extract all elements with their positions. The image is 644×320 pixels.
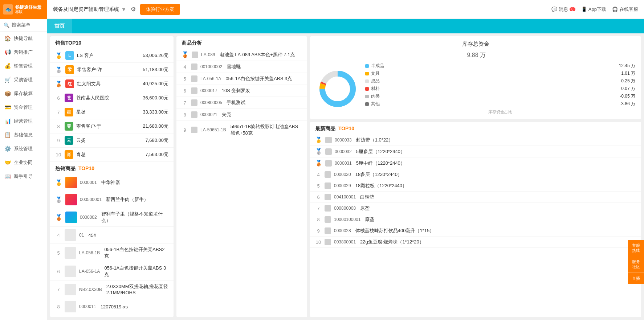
inventory-chart-area: 半成品 12.45 万 文具 1.01 万 成品 0 [316, 63, 635, 115]
sidebar-item-yingxiao[interactable]: 📢 营销推广 [0, 45, 47, 59]
message-button[interactable]: 💬 消息 6 [551, 6, 575, 13]
hot-product-5: 5 LA-056-1B 056-1B白色按键开关壳ABS2克 [50, 244, 174, 262]
data-icon: 📋 [4, 132, 11, 138]
home-icon: 🏠 [4, 35, 11, 42]
new-products-title: 最新商品 TOP10 [310, 122, 641, 134]
donut-chart [316, 67, 359, 111]
topbar-actions: 💬 消息 6 📱 App下载 🎧 在线客服 [551, 6, 638, 13]
trial-button[interactable]: 体验行业方案 [140, 4, 180, 15]
rank-avatar-7: 云 [65, 136, 73, 145]
inventory-card: 库存总资金 9.88万 [310, 36, 641, 119]
sp-row-6: 6 0000017 10S 变刺罗浆 [176, 85, 307, 97]
settings-icon[interactable]: ⚙ [131, 6, 136, 13]
legend-dot-chenpin [365, 79, 369, 83]
legend-cailiao: 材料 0.07 万 [365, 86, 635, 92]
bronze-medal-2-icon: 🥉 [55, 214, 62, 221]
rank-avatar-2: 零 [65, 65, 74, 74]
sidebar-item-xiaoshou[interactable]: 💰 销售管理 [0, 59, 47, 73]
rank-row-6: 8 零 零售客户·于 21,680.00元 [50, 119, 174, 134]
hot-product-9: 9 KK-SD22110H 花语萌恒温分腿睡袋（厚款） [50, 315, 174, 317]
livestream-button[interactable]: 直播 [628, 273, 644, 284]
hot-product-7: 7 NB2.0X30B 2.0X30MM双搓花轴,搓花直径2.1MM/ROHS [50, 281, 174, 298]
bronze-medal-icon: 🥉 [55, 81, 62, 87]
sp-icon-4 [191, 63, 197, 70]
np-row-6: 6 004100001 白钢垫 [310, 192, 641, 203]
sp-row-3: 🥉 LA-089 电池盖 LA-089 ABS本色+黑种 7.1克 [176, 49, 307, 61]
guide-icon: 📖 [4, 173, 11, 180]
sp-icon-5 [191, 75, 197, 82]
rank-avatar-1: L [65, 51, 74, 60]
np-row-4: 4 0000030 18多层（1220*2440） [310, 169, 641, 180]
hot-product-8: 8 0000011 12070519-xs [50, 298, 174, 315]
legend-dot-roulei [365, 95, 369, 98]
sidebar-item-zijin[interactable]: 💳 资金管理 [0, 100, 47, 114]
sidebar-item-kuaijie[interactable]: 🏠 快捷导航 [0, 32, 47, 45]
product-thumb-4 [65, 229, 76, 241]
np-row-5: 5 0000029 18颗粒板（1220*2440） [310, 180, 641, 192]
collab-icon: 🤝 [4, 159, 11, 166]
sidebar-item-jichu[interactable]: 📋 基础信息 [0, 128, 47, 142]
sidebar-item-caigou[interactable]: 🛒 采购管理 [0, 73, 47, 87]
sidebar-item-qiye[interactable]: 🤝 企业协同 [0, 156, 47, 169]
legend-roulei: 肉类 -0.05 万 [365, 93, 635, 99]
np-row-8: 8 10000100001 原垄 [310, 214, 641, 225]
legend-banchenpin: 半成品 12.45 万 [365, 63, 635, 69]
system-title: 装备及固定资产辅助管理系统 ▼ [53, 6, 126, 13]
np-row-1: 🥇 0000033 封边带（1.0*22） [310, 134, 641, 146]
rank-row-5: 7 星 星扬 33,333.00元 [50, 105, 174, 119]
sidebar-item-xinshou[interactable]: 📖 新手引导 [0, 169, 47, 183]
product-thumb-8 [65, 301, 76, 312]
legend-dot-cailiao [365, 87, 369, 91]
search-menu[interactable]: 🔍 搜索菜单 [0, 19, 47, 32]
silver-medal-2-icon: 🥈 [55, 196, 62, 203]
np-img-5 [325, 182, 331, 189]
np-img-7 [325, 205, 331, 212]
marketing-icon: 📢 [4, 49, 11, 56]
sp-icon-8 [191, 111, 197, 118]
columns: 销售TOP10 🥇 L LS 客户 53,006.26元 🥈 零 零售客户·许 … [47, 33, 644, 320]
rank-row-1: 🥇 L LS 客户 53,006.26元 [50, 49, 174, 63]
np-img-6 [325, 194, 331, 200]
tab-home[interactable]: 首页 [47, 19, 72, 33]
sidebar-item-kucun[interactable]: 📦 库存核算 [0, 87, 47, 100]
rank-row-8: 10 肖 肖总 7,563.00元 [50, 148, 174, 162]
np-row-2: 🥈 0000032 5厘多层（1220*2440） [310, 146, 641, 157]
rank-avatar-5: 星 [65, 108, 73, 116]
legend-wenju: 文具 1.01 万 [365, 70, 635, 77]
product-analysis-panel: 商品分析 🥉 LA-089 电池盖 LA-089 ABS本色+黑种 7.1克 4… [176, 36, 307, 317]
silver-medal-icon: 🥈 [55, 66, 62, 73]
product-thumb-6 [65, 266, 76, 277]
product-thumb-7 [65, 284, 76, 295]
sp-icon-3 [192, 52, 198, 58]
topbar: 装备及固定资产辅助管理系统 ▼ ⚙ 体验行业方案 💬 消息 6 📱 App下载 … [47, 0, 644, 19]
product-analysis-title: 商品分析 [176, 36, 307, 49]
customer-service-button[interactable]: 客服热线 [628, 240, 644, 257]
finance-icon: 💳 [4, 104, 11, 111]
sidebar-item-xitong[interactable]: ⚙️ 系统管理 [0, 142, 47, 156]
community-button[interactable]: 服务社区 [628, 256, 644, 273]
sales-icon: 💰 [4, 63, 11, 69]
sidebar: 🐟 畅捷通好生意 标版 🔍 搜索菜单 🏠 快捷导航 📢 营销推广 💰 销售管理 … [0, 0, 47, 320]
legend-dot-banchenpin [365, 64, 369, 68]
app-download-button[interactable]: 📱 App下载 [581, 6, 606, 13]
sp-row-8: 8 0000021 夹壳 [176, 109, 307, 121]
hot-product-3: 🥉 0000002 智利车子里（规格不知道填什么） [50, 208, 174, 227]
sales-ranking-title: 销售TOP10 [50, 36, 174, 49]
logo-icon: 🐟 [3, 4, 13, 15]
mobile-icon: 📱 [581, 7, 587, 12]
legend-dot-wenju [365, 72, 369, 75]
np-row-9: 9 0000028 体械荔枝味苏打饮品400毫升（1*15） [310, 225, 641, 237]
rank-avatar-4: 苍 [65, 94, 73, 102]
rank-row-4: 6 苍 苍南县人民医院 36,600.00元 [50, 91, 174, 105]
online-service-button[interactable]: 🎧 在线客服 [612, 6, 638, 13]
inventory-title: 库存总资金 [316, 41, 635, 48]
product-thumb-3 [65, 212, 77, 223]
message-icon: 💬 [551, 7, 557, 12]
np-img-8 [325, 216, 331, 223]
sp-row-5: 5 LA-056-1A 056-1A白色按键开关盖ABS 3克 [176, 73, 307, 85]
dropdown-arrow-icon[interactable]: ▼ [121, 7, 126, 12]
hot-products-title: 热销商品 TOP10 [50, 162, 174, 174]
np-img-2 [325, 148, 332, 155]
sidebar-item-jingying[interactable]: 📊 经营管理 [0, 114, 47, 128]
np-img-10 [325, 239, 331, 245]
